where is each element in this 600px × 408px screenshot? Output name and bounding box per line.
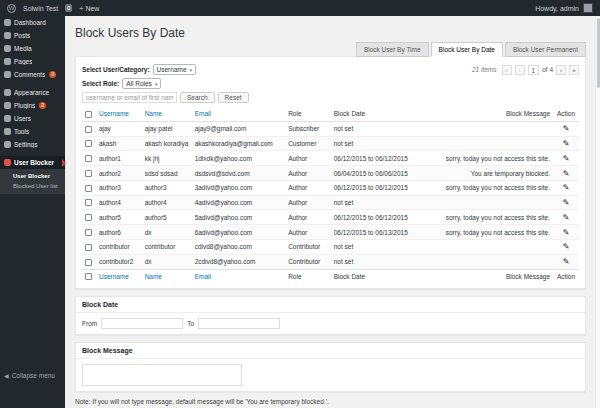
- user-blocker-icon: [4, 159, 11, 166]
- sidebar-item-users[interactable]: Users: [0, 112, 65, 125]
- sidebar-item-comments[interactable]: Comments0: [0, 68, 65, 81]
- footer-col-username[interactable]: Username: [96, 269, 142, 283]
- header-col-block-date: Block Date: [331, 107, 422, 121]
- cell-email: cdivd8@yahoo.com: [192, 240, 286, 255]
- sidebar-item-pages[interactable]: Pages: [0, 55, 65, 68]
- cell-block-message: [422, 254, 553, 269]
- sidebar-item-tools[interactable]: Tools: [0, 125, 65, 138]
- select-all-checkbox[interactable]: [85, 273, 92, 280]
- search-input[interactable]: [82, 92, 177, 103]
- settings-icon: [4, 141, 11, 148]
- sidebar-subitem-blocked-user-list[interactable]: Blocked User list: [0, 181, 65, 191]
- header-col-email[interactable]: Email: [192, 107, 286, 121]
- header-col-role: Role: [285, 107, 331, 121]
- header-col-action: Action: [553, 107, 579, 121]
- admin-bar-comments-bubble[interactable]: 0: [65, 4, 72, 12]
- sidebar-item-posts[interactable]: Posts: [0, 29, 65, 42]
- sidebar-item-dashboard[interactable]: Dashboard: [0, 16, 65, 29]
- edit-pencil-icon[interactable]: ✎: [563, 243, 570, 250]
- cell-name: akash koradiya: [142, 136, 192, 151]
- table-row: author3author33adivd@yahoo.comAuthor06/1…: [82, 180, 579, 195]
- tab-block-user-permanent[interactable]: Block User Permanent: [505, 42, 586, 57]
- media-icon: [4, 45, 11, 52]
- row-checkbox[interactable]: [85, 170, 92, 177]
- table-row: author2sdsd sdsaddsdsvd@sdvd.comAuthor06…: [82, 166, 579, 181]
- sidebar-item-appearance[interactable]: Appearance: [0, 86, 65, 99]
- edit-pencil-icon[interactable]: ✎: [563, 229, 570, 236]
- count-badge: 2: [39, 102, 46, 109]
- cell-block-message: You are temporary blocked.: [422, 166, 553, 181]
- collapse-menu-label: Collapse menu: [12, 372, 55, 379]
- user-category-value: Username: [157, 66, 187, 73]
- edit-pencil-icon[interactable]: ✎: [563, 140, 570, 147]
- current-page-input[interactable]: 1: [528, 65, 540, 75]
- user-category-select[interactable]: Username ▾: [153, 64, 197, 75]
- collapse-menu-button[interactable]: ◀ Collapse menu: [0, 369, 65, 382]
- first-page-button[interactable]: «: [502, 65, 512, 75]
- sidebar-item-media[interactable]: Media: [0, 42, 65, 55]
- footer-col-name[interactable]: Name: [142, 269, 192, 283]
- table-row: akashakash koradiyaakashkoradiya@gmail.c…: [82, 136, 579, 151]
- howdy-admin-link[interactable]: Howdy, admin: [535, 5, 579, 12]
- sidebar-item-plugins[interactable]: Plugins2: [0, 99, 65, 112]
- header-col-username[interactable]: Username: [96, 107, 142, 121]
- sidebar-item-label: Plugins: [14, 102, 35, 109]
- block-message-title: Block Message: [76, 343, 585, 359]
- select-all-checkbox[interactable]: [85, 111, 92, 118]
- edit-pencil-icon[interactable]: ✎: [563, 170, 570, 177]
- prev-page-button[interactable]: ‹: [515, 65, 525, 75]
- users-icon: [4, 115, 11, 122]
- cell-name: sdsd sdsad: [142, 166, 192, 181]
- edit-pencil-icon[interactable]: ✎: [563, 214, 570, 221]
- cell-name: contributor: [142, 240, 192, 255]
- wordpress-logo-icon[interactable]: W: [7, 4, 16, 13]
- appearance-icon: [4, 89, 11, 96]
- reset-button[interactable]: Reset: [218, 92, 249, 103]
- header-col-name[interactable]: Name: [142, 107, 192, 121]
- last-page-button[interactable]: »: [569, 65, 579, 75]
- footer-col-email[interactable]: Email: [192, 269, 286, 283]
- sidebar-item-user-blocker[interactable]: User Blocker: [0, 156, 65, 169]
- vertical-scrollbar[interactable]: [595, 16, 600, 408]
- row-checkbox[interactable]: [85, 155, 92, 162]
- row-checkbox[interactable]: [85, 259, 92, 266]
- sidebar-item-label: Pages: [14, 58, 32, 65]
- cell-block-message: sorry, today you not access this site.: [422, 151, 553, 166]
- edit-pencil-icon[interactable]: ✎: [563, 184, 570, 191]
- sidebar-subitem-user-blocker[interactable]: User Blocker: [0, 171, 65, 181]
- cell-name: dx: [142, 254, 192, 269]
- edit-pencil-icon[interactable]: ✎: [563, 199, 570, 206]
- to-label: To: [187, 320, 194, 327]
- block-message-textarea[interactable]: [82, 364, 242, 386]
- row-checkbox[interactable]: [85, 185, 92, 192]
- search-button[interactable]: Search: [180, 92, 215, 103]
- from-date-input[interactable]: [101, 318, 183, 329]
- cell-username: author4: [96, 195, 142, 210]
- row-checkbox[interactable]: [85, 199, 92, 206]
- sidebar-item-label: Posts: [14, 32, 30, 39]
- role-value: All Roles: [126, 80, 152, 87]
- row-checkbox[interactable]: [85, 244, 92, 251]
- row-checkbox[interactable]: [85, 214, 92, 221]
- cell-name: kk jhj: [142, 151, 192, 166]
- row-checkbox[interactable]: [85, 126, 92, 133]
- role-label: Select Role:: [82, 80, 119, 87]
- to-date-input[interactable]: [198, 318, 280, 329]
- site-name-link[interactable]: Solwin Test: [23, 5, 58, 12]
- edit-pencil-icon[interactable]: ✎: [563, 155, 570, 162]
- row-checkbox[interactable]: [85, 229, 92, 236]
- tab-block-user-by-date[interactable]: Block User By Date: [431, 42, 503, 57]
- cell-email: 5adivd@yahoo.com: [192, 210, 286, 225]
- user-avatar[interactable]: [583, 3, 593, 13]
- tab-block-user-by-time[interactable]: Block User By Time: [356, 42, 429, 57]
- sidebar-item-settings[interactable]: Settings: [0, 138, 65, 151]
- edit-pencil-icon[interactable]: ✎: [563, 125, 570, 132]
- role-select[interactable]: All Roles ▾: [122, 78, 161, 89]
- items-count: 21 items: [472, 66, 497, 73]
- row-checkbox[interactable]: [85, 140, 92, 147]
- new-content-button[interactable]: + New: [79, 5, 99, 12]
- cell-name: dx: [142, 225, 192, 240]
- next-page-button[interactable]: ›: [556, 65, 566, 75]
- tab-bar: Block User By TimeBlock User By DateBloc…: [75, 42, 586, 57]
- edit-pencil-icon[interactable]: ✎: [563, 258, 570, 265]
